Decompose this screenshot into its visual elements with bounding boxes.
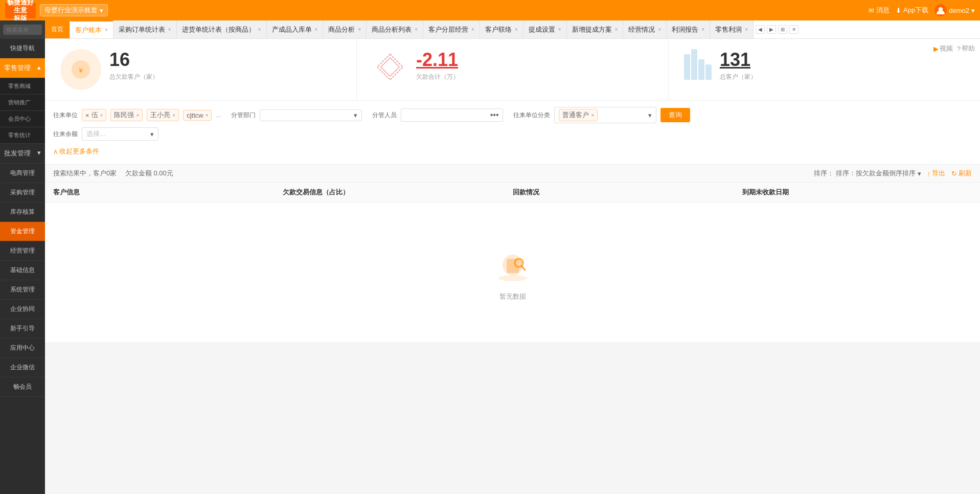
query-button[interactable]: 查询 xyxy=(660,108,690,122)
person-label: 分管人员 xyxy=(372,111,397,120)
message-button[interactable]: ✉ 消息 xyxy=(869,6,890,15)
help-button[interactable]: ? 帮助 xyxy=(957,44,975,53)
remove-unit-class-tag[interactable]: × xyxy=(591,113,594,118)
tab-operations[interactable]: 经营情况 × xyxy=(623,20,667,39)
stat-label-customers: 总欠款客户（家） xyxy=(109,73,158,81)
sidebar-item-purchase[interactable]: 采购管理 xyxy=(0,183,45,203)
chevron-down-icon: ▾ xyxy=(150,130,154,138)
unit-label: 往来单位 xyxy=(53,111,78,120)
tab-bar: 首页 客户账本 × 采购订单统计表 × 进货单统计表（按商品） × 产成品入库单… xyxy=(45,20,980,39)
tab-expand-button[interactable]: ⊞ xyxy=(778,25,787,34)
message-icon: ✉ xyxy=(869,7,874,14)
export-button[interactable]: ↑ 导出 xyxy=(927,169,946,178)
tab-close-icon[interactable]: × xyxy=(745,27,748,32)
col-header-duedate: 到期未收款日期 xyxy=(742,188,972,197)
tab-close-icon[interactable]: × xyxy=(701,27,704,32)
table-header: 客户信息 欠款交易信息（占比） 回款情况 到期未收款日期 xyxy=(45,183,980,203)
sidebar-item-operations[interactable]: 经营管理 xyxy=(0,241,45,261)
tab-product-analysis[interactable]: 商品分析 × xyxy=(323,20,367,39)
sidebar-item-ecommerce[interactable]: 电商管理 xyxy=(0,164,45,183)
sidebar-item-wholesale[interactable]: 批发管理 ▾ xyxy=(0,144,45,164)
sidebar-item-vip[interactable]: 畅会员 xyxy=(0,377,45,397)
tab-close-icon[interactable]: × xyxy=(168,27,171,32)
video-icon: ▶ xyxy=(933,45,939,53)
tab-profit-report[interactable]: 利润报告 × xyxy=(667,20,710,39)
sidebar-item-basic-info[interactable]: 基础信息 xyxy=(0,261,45,280)
col-header-customer: 客户信息 xyxy=(53,188,283,197)
tab-customer-contact[interactable]: 客户联络 × xyxy=(480,20,523,39)
more-icon: ••• xyxy=(490,110,499,120)
tab-product-analysis-list[interactable]: 商品分析列表 × xyxy=(367,20,423,39)
search-input[interactable] xyxy=(3,25,42,35)
tab-customer-tier[interactable]: 客户分层经营 × xyxy=(423,20,480,39)
tab-close-icon[interactable]: × xyxy=(471,27,474,32)
tab-close-all-button[interactable]: ✕ xyxy=(789,25,799,34)
app-download-button[interactable]: ⬇ App下载 xyxy=(896,6,928,15)
stat-icon-circle: ¥ xyxy=(60,49,101,90)
tab-prev-button[interactable]: ◀ xyxy=(756,25,765,34)
tab-close-icon[interactable]: × xyxy=(358,27,361,32)
sidebar-item-marketing[interactable]: 营销推广 xyxy=(0,95,45,111)
tab-close-icon[interactable]: × xyxy=(105,27,108,33)
sidebar: 快捷导航 零售管理 ▴ 零售商城 营销推广 会员中心 零售统计 批发管理 ▾ 电… xyxy=(0,20,45,494)
chevron-down-icon: ▾ xyxy=(100,7,103,14)
result-actions: 排序： 排序：按欠款金额倒序排序 ▾ ↑ 导出 ↻ 刷新 xyxy=(814,169,972,178)
tab-purchase-order-stats[interactable]: 采购订单统计表 × xyxy=(113,20,177,39)
sidebar-item-system[interactable]: 系统管理 xyxy=(0,280,45,300)
remove-tag-cjttcw[interactable]: × xyxy=(206,113,209,118)
remove-tag-wang[interactable]: × xyxy=(172,113,175,118)
tab-close-icon[interactable]: × xyxy=(558,27,561,32)
tab-customer-ledger[interactable]: 客户账本 × xyxy=(70,20,113,39)
tab-home[interactable]: 首页 xyxy=(45,20,70,39)
stat-number-amount[interactable]: -2.11 xyxy=(416,49,459,71)
sidebar-item-finance[interactable]: 资金管理 xyxy=(0,222,45,241)
stat-number-total[interactable]: 131 xyxy=(720,49,757,71)
stats-row: ¥ 16 总欠款客户（家） xyxy=(45,39,980,101)
tab-add-commission[interactable]: 新增提成方案 × xyxy=(567,20,624,39)
remove-tag-wu[interactable]: × xyxy=(100,113,103,118)
tab-commission-setting[interactable]: 提成设置 × xyxy=(523,20,567,39)
content-area: 首页 客户账本 × 采购订单统计表 × 进货单统计表（按商品） × 产成品入库单… xyxy=(45,20,980,494)
tab-next-button[interactable]: ▶ xyxy=(767,25,776,34)
col-header-debt: 欠款交易信息（占比） xyxy=(283,188,512,197)
video-help-area: ▶ 视频 ? 帮助 xyxy=(933,44,975,53)
tab-purchase-by-product[interactable]: 进货单统计表（按商品） × xyxy=(177,20,267,39)
store-selector[interactable]: 母婴行业演示账套 ▾ xyxy=(40,4,108,16)
sidebar-sub-retail: 零售商城 营销推广 会员中心 零售统计 xyxy=(0,78,45,144)
balance-input[interactable]: 选择... ▾ xyxy=(82,127,158,141)
tab-retail-profit[interactable]: 零售利润 × xyxy=(710,20,754,39)
filter-row-2: 往来余额 选择... ▾ xyxy=(53,127,972,141)
sidebar-item-newbie[interactable]: 新手引导 xyxy=(0,319,45,339)
sidebar-item-retail-shop[interactable]: 零售商城 xyxy=(0,78,45,95)
empty-text: 暂无数据 xyxy=(499,292,526,301)
tab-close-icon[interactable]: × xyxy=(415,27,418,32)
tab-close-icon[interactable]: × xyxy=(258,27,261,32)
video-button[interactable]: ▶ 视频 xyxy=(933,44,953,53)
collapse-button[interactable]: ∧ 收起更多条件 xyxy=(53,147,972,156)
sidebar-item-member-center[interactable]: 会员中心 xyxy=(0,111,45,127)
balance-label: 往来余额 xyxy=(53,130,78,139)
app-wrapper: 畅捷通好生意 标版 母婴行业演示账套 ▾ ✉ 消息 ⬇ App下载 xyxy=(0,0,980,494)
more-tags-button[interactable]: ... xyxy=(216,111,221,119)
sidebar-item-appstore[interactable]: 应用中心 xyxy=(0,339,45,358)
unit-class-select[interactable]: 普通客户 × ▾ xyxy=(554,107,656,123)
tag-chip-cjttcw: cjttcw × xyxy=(183,110,212,121)
collapse-row: ∧ 收起更多条件 xyxy=(53,145,972,158)
dept-select[interactable]: ▾ xyxy=(260,109,362,121)
sidebar-item-inventory[interactable]: 库存核算 xyxy=(0,203,45,222)
tab-close-icon[interactable]: × xyxy=(315,27,318,32)
tab-close-icon[interactable]: × xyxy=(658,27,661,32)
sidebar-item-quicknav[interactable]: 快捷导航 xyxy=(0,39,45,58)
refresh-button[interactable]: ↻ 刷新 xyxy=(951,169,972,178)
sort-select[interactable]: 排序： 排序：按欠款金额倒序排序 ▾ xyxy=(814,169,921,178)
person-select[interactable]: ••• xyxy=(401,108,503,122)
remove-tag-chen[interactable]: × xyxy=(136,113,139,118)
user-menu[interactable]: demo2 ▾ xyxy=(935,4,975,16)
tab-finished-goods[interactable]: 产成品入库单 × xyxy=(267,20,324,39)
sidebar-item-wechat[interactable]: 企业微信 xyxy=(0,358,45,377)
tab-close-icon[interactable]: × xyxy=(615,27,618,32)
sidebar-item-retail[interactable]: 零售管理 ▴ xyxy=(0,58,45,78)
sidebar-item-retail-stats[interactable]: 零售统计 xyxy=(0,127,45,144)
tab-close-icon[interactable]: × xyxy=(515,27,518,32)
sidebar-item-enterprise[interactable]: 企业协同 xyxy=(0,300,45,319)
